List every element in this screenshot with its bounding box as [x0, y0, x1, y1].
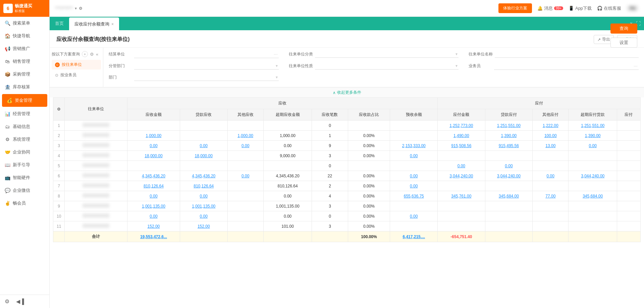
salesperson-dots[interactable]: ···: [634, 63, 638, 69]
row-cell-0[interactable]: 0.00: [127, 141, 180, 151]
row-cell-9[interactable]: 0.00: [533, 171, 569, 181]
customer-service-btn[interactable]: 🎧 在线客服: [597, 5, 621, 11]
row-cell-2[interactable]: 0.00: [227, 141, 263, 151]
row-cell-1[interactable]: 1,001,135.00: [180, 201, 227, 211]
row-cell-0[interactable]: 18,000.00: [127, 151, 180, 161]
th-settings[interactable]: ⚙: [53, 98, 65, 121]
row-cell-10[interactable]: 345,684.00: [569, 191, 617, 201]
row-cell-8[interactable]: 915,495.56: [485, 141, 533, 151]
row-cell-10[interactable]: 0.00: [569, 141, 617, 151]
tab-home[interactable]: 首页: [50, 17, 69, 30]
settings-btn[interactable]: ⚙: [79, 6, 83, 11]
sidebar-item-system[interactable]: ⚙ 系统管理: [0, 133, 49, 146]
row-cell-2: [227, 161, 263, 171]
settings-btn[interactable]: 设置: [610, 38, 637, 48]
row-cell-6[interactable]: 0.00: [390, 181, 438, 191]
settlement-dots[interactable]: ···: [274, 51, 278, 57]
sidebar-item-capital[interactable]: 💰 资金管理: [2, 94, 47, 107]
row-cell-1[interactable]: 810,126.64: [180, 181, 227, 191]
row-cell-6[interactable]: 655,636.75: [390, 191, 438, 201]
sidebar-item-wechat[interactable]: 💬 企业微信: [0, 184, 49, 197]
partner-name-input[interactable]: [495, 51, 639, 58]
row-cell-7[interactable]: 1,252,773.00: [438, 121, 485, 131]
row-cell-0[interactable]: 0.00: [127, 211, 180, 221]
row-cell-1[interactable]: 0.00: [180, 191, 227, 201]
sub-menu-partner[interactable]: ⊙ 按往来单位: [52, 60, 101, 70]
trial-btn[interactable]: 体验行业方案: [498, 3, 532, 13]
row-cell-8[interactable]: 345,684.00: [485, 191, 533, 201]
row-cell-10[interactable]: 1,251,551.00: [569, 121, 617, 131]
sidebar-item-search[interactable]: 🔍 搜索菜单: [0, 17, 49, 30]
row-cell-0[interactable]: 152.00: [127, 221, 180, 231]
row-cell-7[interactable]: 1,490.00: [438, 131, 485, 141]
row-cell-0[interactable]: 4,345,436.20: [127, 171, 180, 181]
filter-cell-dept2: 部门 ▾: [109, 74, 279, 81]
dept-chevron[interactable]: ▾: [276, 63, 278, 68]
row-cell-6[interactable]: 2,153,333.00: [390, 141, 438, 151]
tab-receivable[interactable]: 应收应付余额查询 ×: [69, 17, 119, 31]
sidebar-item-marketing[interactable]: 📢 营销推广: [0, 42, 49, 55]
row-cell-9[interactable]: 13.00: [533, 141, 569, 151]
footer-rec-amount[interactable]: 19,553,472,6...: [127, 231, 180, 242]
row-cell-7[interactable]: 345,761.00: [438, 191, 485, 201]
sidebar-collapse-icon[interactable]: ◀▐: [16, 298, 24, 305]
sidebar-item-shortcut[interactable]: 🏠 快捷导航: [0, 30, 49, 42]
user-name[interactable]: Rit: [627, 5, 639, 12]
row-cell-8[interactable]: 3,044,240.00: [485, 171, 533, 181]
row-cell-0[interactable]: 810,126.64: [127, 181, 180, 191]
sidebar-item-hardware[interactable]: 📺 智能硬件: [0, 171, 49, 184]
row-cell-1[interactable]: 152.00: [180, 221, 227, 231]
row-cell-2[interactable]: 0.00: [227, 171, 263, 181]
app-download-btn[interactable]: 📱 App下载: [569, 5, 592, 11]
row-cell-1[interactable]: 0.00: [180, 211, 227, 221]
row-cell-0[interactable]: 1,000.00: [127, 131, 180, 141]
row-cell-1[interactable]: 0.00: [180, 141, 227, 151]
row-cell-1: [180, 161, 227, 171]
dept2-chevron[interactable]: ▾: [276, 75, 278, 80]
partner-category-chevron[interactable]: ▾: [455, 52, 458, 56]
collapse-row[interactable]: ∧ 收起更多条件: [50, 87, 644, 97]
notifications-btn[interactable]: 🔔 消息 99+: [537, 5, 563, 11]
sub-menu-salesperson[interactable]: ⊙ 按业务员: [52, 70, 101, 80]
row-cell-8[interactable]: 0.00: [485, 161, 533, 171]
row-cell-0[interactable]: 0.00: [127, 191, 180, 201]
row-cell-10[interactable]: 3,044,240.00: [569, 171, 617, 181]
row-cell-6[interactable]: 0.00: [390, 171, 438, 181]
sidebar-item-inventory[interactable]: 🏦 库存核算: [0, 81, 49, 93]
row-cell-1[interactable]: 18,000.00: [180, 151, 227, 161]
row-cell-7[interactable]: 0.00: [438, 161, 485, 171]
row-cell-6[interactable]: 0.00: [390, 151, 438, 161]
nature-chevron[interactable]: ▾: [455, 63, 458, 68]
row-number: 6: [53, 171, 65, 181]
table-container[interactable]: ⚙ 往来单位 应收 应付 应收金额 贷款应收 其他应收 超期应收金额 应收笔数 …: [50, 97, 644, 308]
row-cell-8[interactable]: 1,251,551.00: [485, 121, 533, 131]
row-cell-9[interactable]: 77.00: [533, 191, 569, 201]
table-settings-icon[interactable]: ⚙: [57, 107, 61, 112]
footer-rec-advance[interactable]: 6,417,215....: [390, 231, 438, 242]
row-cell-7[interactable]: 915,508.56: [438, 141, 485, 151]
row-cell-7[interactable]: 3,044,240.00: [438, 171, 485, 181]
sidebar-item-enterprise[interactable]: 🤝 企业协同: [0, 146, 49, 159]
sidebar-item-basic[interactable]: 🗂 基础信息: [0, 120, 49, 133]
sidebar-item-operations[interactable]: 📊 经营管理: [0, 107, 49, 120]
filter-settings-icon[interactable]: ⚙: [90, 52, 94, 57]
sidebar-item-purchase[interactable]: 📦 采购管理: [0, 68, 49, 81]
row-cell-9[interactable]: 1,222.00: [533, 121, 569, 131]
row-cell-11: [617, 201, 640, 211]
query-btn[interactable]: 查询: [610, 30, 637, 34]
sidebar-item-guide[interactable]: 📖 新手引导: [0, 159, 49, 171]
row-cell-10[interactable]: 1,390.00: [569, 131, 617, 141]
row-cell-6[interactable]: 0.00: [390, 211, 438, 221]
tab-close-icon[interactable]: ×: [111, 22, 114, 27]
row-cell-9[interactable]: 100.00: [533, 131, 569, 141]
row-cell-1[interactable]: 4,345,436.20: [180, 171, 227, 181]
row-cell-8[interactable]: 1,390.00: [485, 131, 533, 141]
row-cell-2[interactable]: 1,000.00: [227, 131, 263, 141]
filter-collapse-btn[interactable]: «: [96, 52, 98, 57]
row-cell-0[interactable]: 1,001,135.00: [127, 201, 180, 211]
filter-add-btn[interactable]: +: [82, 51, 88, 57]
sidebar-settings-icon[interactable]: ⚙: [5, 298, 9, 305]
sidebar-item-member[interactable]: ✌ 畅会员: [0, 197, 49, 210]
table-row: 500.000.00: [53, 161, 641, 171]
sidebar-item-sales[interactable]: 🛍 销售管理: [0, 55, 49, 68]
